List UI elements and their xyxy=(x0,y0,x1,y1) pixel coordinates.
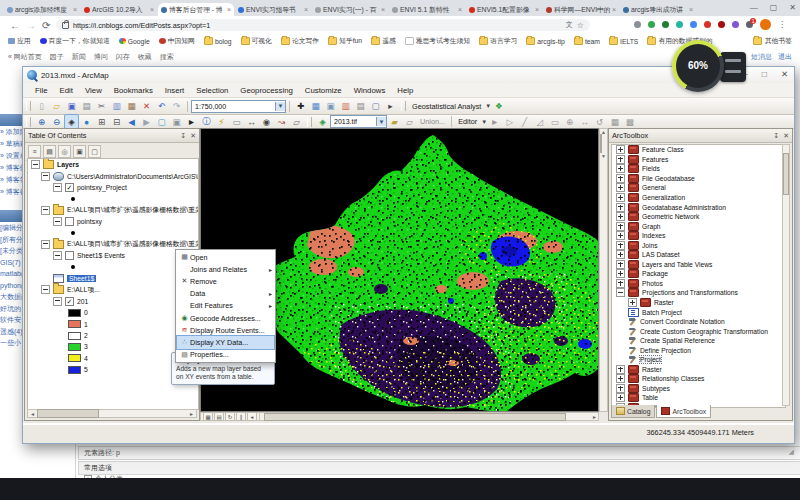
extension-icon[interactable] xyxy=(704,21,711,28)
legend-class-3[interactable]: 3 xyxy=(28,341,198,352)
address-bar[interactable]: https://i.cnblogs.com/EditPosts.aspx?opt… xyxy=(56,19,590,31)
browser-tab[interactable]: 博客后台管理 - 博 × xyxy=(158,3,234,16)
expander-icon[interactable] xyxy=(616,231,625,240)
find-route-icon[interactable]: ↝ xyxy=(274,114,289,129)
toc-options-icon[interactable]: ▢ xyxy=(88,145,101,158)
browser-tab[interactable]: ENVI实习(一) - 百 × xyxy=(312,3,388,16)
menu-item[interactable]: Windows xyxy=(348,86,392,95)
copy-icon[interactable]: ▥ xyxy=(109,99,124,114)
bookmark-item[interactable]: arcgis-tip xyxy=(526,37,565,45)
site-nav-link[interactable]: « 网站首页 xyxy=(8,52,42,62)
bookmark-item[interactable]: 应用 xyxy=(8,36,31,46)
map-vertical-scrollbar[interactable]: ▲ ▼ xyxy=(599,128,608,412)
site-nav-link[interactable]: 博问 xyxy=(94,52,108,62)
back-extent-icon[interactable]: ◀ xyxy=(124,114,139,129)
menu-item[interactable]: File xyxy=(29,86,54,95)
topology-icon[interactable]: ▱ xyxy=(402,114,417,129)
legend-swatch[interactable] xyxy=(68,354,81,362)
bookmark-item[interactable]: 百度一下，你就知道 xyxy=(40,36,110,46)
translate-icon[interactable]: 文 xyxy=(566,20,573,30)
browser-minimize-button[interactable]: — xyxy=(750,3,758,12)
site-nav-link[interactable]: 新闻 xyxy=(72,52,86,62)
expander-icon[interactable] xyxy=(616,203,625,212)
zoom-in-icon[interactable]: ⊕ xyxy=(34,114,49,129)
site-nav-link[interactable]: 闪存 xyxy=(116,52,130,62)
identify-icon[interactable]: ⓘ xyxy=(199,114,214,129)
menu-item-joins-and-relates[interactable]: Joins and Relates ▸ xyxy=(177,263,274,275)
toolbox-row[interactable]: Projections and Transformations xyxy=(612,288,785,298)
arc-tool-icon[interactable]: ▥ xyxy=(338,99,353,114)
bookmark-item[interactable]: bolog xyxy=(204,37,232,45)
clear-selection-icon[interactable]: ▣ xyxy=(169,114,184,129)
sidebar-category-link[interactable]: 大数据( xyxy=(0,291,22,303)
cut-icon[interactable]: ✂ xyxy=(94,99,109,114)
toolbox-row[interactable]: Batch Project xyxy=(612,307,785,317)
bookmark-item[interactable]: 语言学习 xyxy=(479,36,517,46)
legend-swatch[interactable] xyxy=(68,332,81,340)
tangent-tool-icon[interactable]: ↔ xyxy=(577,114,592,129)
menu-item[interactable]: Help xyxy=(391,86,419,95)
rectangle-tool-icon[interactable]: ▭ xyxy=(547,114,562,129)
pause-drawing-button[interactable]: ∥ xyxy=(236,412,246,421)
close-icon[interactable]: ✕ xyxy=(783,132,789,140)
map-scale-combobox[interactable]: 1:750,000 ▼ xyxy=(191,100,286,113)
toolbox-row[interactable]: Subtypes xyxy=(612,384,785,394)
bookmark-item[interactable]: 遥感 xyxy=(371,36,396,46)
trace-tool-icon[interactable]: ◿ xyxy=(532,114,547,129)
toolbox-row[interactable]: Package xyxy=(612,269,785,279)
scrollbar-thumb[interactable] xyxy=(783,153,789,195)
python-icon[interactable]: ▸ xyxy=(383,99,398,114)
toolbox-row[interactable]: General xyxy=(612,183,785,193)
toolbar-grip[interactable] xyxy=(307,117,312,127)
expander-icon[interactable] xyxy=(616,212,625,221)
extension-with-badge[interactable]: 1 xyxy=(746,21,753,28)
expander-icon[interactable] xyxy=(616,155,625,164)
toolbox-row[interactable]: Define Projection xyxy=(612,345,785,355)
menu-item-open[interactable]: ▦ Open xyxy=(177,251,274,263)
attributes-icon[interactable]: ▦ xyxy=(607,114,622,129)
expander-icon[interactable] xyxy=(616,145,625,154)
bookmark-item[interactable]: IELTS xyxy=(609,37,638,45)
menu-item-geocode-addresses[interactable]: ◉ Geocode Addresses... xyxy=(177,312,274,324)
menu-item[interactable]: Bookmarks xyxy=(108,86,159,95)
rotate-tool-icon[interactable]: ↺ xyxy=(592,114,607,129)
fixed-zoom-out-icon[interactable]: ⊟ xyxy=(109,114,124,129)
extension-icon[interactable] xyxy=(718,21,725,28)
tab-close-icon[interactable]: × xyxy=(458,6,462,13)
layer-checkbox[interactable] xyxy=(65,251,74,260)
hyperlink-icon[interactable]: ⚡ xyxy=(214,114,229,129)
tab-close-icon[interactable]: × xyxy=(227,6,231,13)
menu-item-data[interactable]: Data ▸ xyxy=(177,288,274,300)
expander-icon[interactable] xyxy=(616,269,625,278)
map-horizontal-scrollbar[interactable]: ▦▤↻∥◂ ▸ xyxy=(200,412,599,421)
expander-icon[interactable] xyxy=(616,183,625,192)
toc-row-folder3[interactable]: E:\ALL项... xyxy=(28,284,198,295)
browser-menu-icon[interactable]: ⋮ xyxy=(778,20,786,29)
fixed-zoom-in-icon[interactable]: ⊞ xyxy=(94,114,109,129)
browser-maximize-button[interactable]: ▢ xyxy=(770,3,778,12)
toolbox-row[interactable]: Geometric Network xyxy=(612,212,785,222)
list-by-source-icon[interactable]: ▤ xyxy=(43,145,56,158)
back-button[interactable]: ◂ xyxy=(247,412,257,421)
expander-icon[interactable] xyxy=(616,288,625,297)
measure-icon[interactable]: ↔ xyxy=(244,114,259,129)
extension-icon[interactable] xyxy=(690,21,697,28)
viewer-icon[interactable]: ▢ xyxy=(368,99,383,114)
geostatistical-analyst-menu[interactable]: Geostatistical Analyst xyxy=(409,102,484,111)
sidebar-category-link[interactable]: 一些小 xyxy=(0,337,22,349)
extension-icon[interactable] xyxy=(634,21,641,28)
expander-icon[interactable] xyxy=(616,193,625,202)
toc-row-2013-tif[interactable]: 201 xyxy=(28,296,198,307)
pin-icon[interactable]: ↧ xyxy=(773,132,779,140)
tab-close-icon[interactable]: × xyxy=(689,6,693,13)
toolbox-row[interactable]: Photos xyxy=(612,279,785,289)
expander-icon[interactable] xyxy=(53,297,62,306)
undo-icon[interactable]: ↶ xyxy=(154,99,169,114)
legend-swatch[interactable] xyxy=(68,366,81,374)
site-nav-link[interactable]: 搜索 xyxy=(160,52,174,62)
legend-swatch[interactable] xyxy=(68,343,81,351)
extension-icon[interactable] xyxy=(648,21,655,28)
browser-tab[interactable]: arcgis添加经纬度 × xyxy=(4,3,80,16)
sidebar-link[interactable]: » 草稿箱 xyxy=(0,138,22,150)
toc-row-folder2[interactable]: E:\ALL项目\城市扩张\遥感影像栅格数据\重采样-2019 xyxy=(28,239,198,250)
